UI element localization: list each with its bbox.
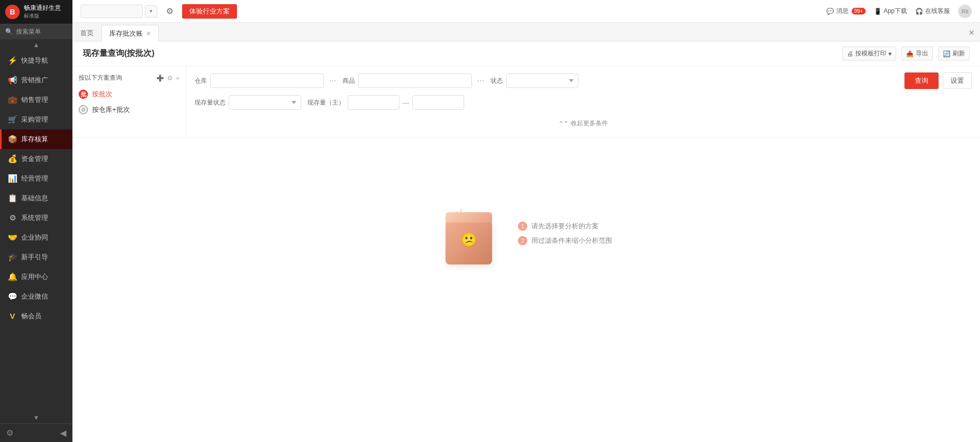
wechat-icon: 💬 — [8, 292, 17, 301]
sidebar-item-tutorial[interactable]: 🎓 新手引导 — [0, 247, 72, 267]
sidebar-item-label: 企业协同 — [21, 233, 48, 242]
empty-hint-2: 2 用过滤条件来缩小分析范围 — [518, 236, 612, 245]
tab-batch-inventory[interactable]: 库存批次账 ✕ — [101, 25, 159, 41]
warehouse-field: 仓库 ⋯ — [195, 73, 336, 88]
warehouse-more-icon[interactable]: ⋯ — [329, 77, 336, 85]
sidebar-item-vip[interactable]: V 畅会员 — [0, 306, 72, 326]
headset-icon: 🎧 — [915, 8, 923, 15]
app-download-item[interactable]: 📱 App下载 — [874, 7, 907, 16]
footer-settings-icon[interactable]: ⚙ — [6, 428, 13, 438]
settings-button[interactable]: 设置 — [943, 72, 972, 89]
system-icon: ⚙ — [8, 213, 17, 223]
query-button[interactable]: 查询 — [904, 72, 939, 89]
hint-2-text: 用过滤条件来缩小分析范围 — [531, 236, 612, 245]
scheme-add-icon[interactable]: ➕ — [156, 75, 164, 82]
collab-icon: 🤝 — [8, 233, 17, 242]
filter-collapse-button[interactable]: ⌃⌃ 收起更多条件 — [195, 116, 972, 131]
empty-box-top — [446, 212, 492, 223]
product-input[interactable] — [358, 73, 472, 88]
hint-1-text: 请先选择要分析的方案 — [531, 222, 599, 231]
print-template-button[interactable]: 🖨 按模板打印 ▾ — [842, 47, 896, 61]
sidebar-item-label: 销售管理 — [21, 95, 48, 105]
app-center-icon: 🔔 — [8, 272, 17, 282]
tab-batch-inventory-label: 库存批次账 — [109, 29, 143, 38]
sidebar-item-finance[interactable]: 💰 资金管理 — [0, 149, 72, 169]
scheme-item-warehouse-batch[interactable]: ⚙ 按仓库+批次 — [72, 102, 186, 117]
product-more-icon[interactable]: ⋯ — [477, 77, 484, 85]
print-dropdown-icon: ▾ — [888, 50, 892, 57]
sidebar-item-label: 企业微信 — [21, 292, 48, 301]
sidebar-item-sales[interactable]: 💼 销售管理 — [0, 90, 72, 110]
user-profile-item[interactable]: Rit — [958, 5, 972, 18]
sidebar-item-app-center[interactable]: 🔔 应用中心 — [0, 267, 72, 287]
export-button[interactable]: 📤 导出 — [901, 47, 933, 61]
scheme-collapse-icon[interactable]: « — [176, 75, 180, 82]
sidebar-item-marketing[interactable]: 📢 营销推广 — [0, 70, 72, 90]
sidebar-item-label: 新手引导 — [21, 253, 48, 262]
product-label: 商品 — [343, 77, 355, 85]
sidebar-item-label: 基础信息 — [21, 194, 48, 203]
sidebar-item-label: 库存核算 — [21, 135, 48, 144]
scheme-icon-batch: 批 — [79, 90, 88, 99]
empty-box-face: 😕 — [461, 232, 477, 248]
inventory-status-select[interactable] — [229, 95, 301, 110]
empty-illustration: 😕 — [440, 205, 502, 267]
inventory-status-label: 现存量状态 — [195, 98, 226, 107]
sidebar-item-basics[interactable]: 📋 基础信息 — [0, 188, 72, 208]
warehouse-input[interactable] — [210, 73, 324, 88]
main-area: ▾ ⚙ 体验行业方案 💬 消息 99+ 📱 App下载 🎧 在线客服 Rit — [72, 0, 980, 442]
sidebar-item-quick-nav[interactable]: ⚡ 快捷导航 — [0, 51, 72, 70]
online-service-label: 在线客服 — [925, 7, 950, 16]
tutorial-icon: 🎓 — [8, 253, 17, 262]
inventory-icon: 📦 — [8, 135, 17, 144]
product-field: 商品 ⋯ — [343, 73, 484, 88]
inventory-qty-from[interactable] — [348, 95, 399, 110]
filter-panel: 按以下方案查询 ➕ ⚙ « 批 按批次 ⚙ 按仓库+批次 — [72, 66, 980, 138]
sidebar-item-inventory[interactable]: 📦 库存核算 — [0, 129, 72, 149]
topbar-settings-button[interactable]: ⚙ — [162, 4, 177, 19]
topbar-search-input[interactable] — [81, 5, 143, 18]
sidebar-item-operations[interactable]: 📊 经营管理 — [0, 169, 72, 188]
message-icon: 💬 — [826, 8, 834, 15]
collapse-label: 收起更多条件 — [571, 119, 608, 128]
page-actions: 🖨 按模板打印 ▾ 📤 导出 🔄 刷新 — [842, 47, 970, 61]
sidebar-item-label: 经营管理 — [21, 174, 48, 183]
sidebar-item-system[interactable]: ⚙ 系统管理 — [0, 208, 72, 228]
sidebar-item-label: 采购管理 — [21, 115, 48, 124]
sidebar-search[interactable]: 🔍 搜索菜单 — [0, 24, 72, 39]
app-logo: B — [5, 5, 20, 19]
export-icon: 📤 — [906, 50, 914, 57]
filter-scheme-header: 按以下方案查询 ➕ ⚙ « — [72, 71, 186, 86]
experience-industry-button[interactable]: 体验行业方案 — [182, 4, 237, 19]
status-field: 状态 — [491, 73, 578, 88]
tab-close-button[interactable]: ✕ — [146, 30, 151, 37]
empty-state: 😕 1 请先选择要分析的方案 2 用过滤条件来缩小分析范围 — [72, 138, 980, 334]
refresh-button[interactable]: 🔄 刷新 — [938, 47, 970, 61]
tab-close-all-button[interactable]: ✕ — [963, 24, 980, 41]
tabbar: 首页 库存批次账 ✕ ✕ — [72, 23, 980, 41]
online-service-item[interactable]: 🎧 在线客服 — [915, 7, 950, 16]
app-version: 标准版 — [24, 12, 61, 20]
scheme-item-batch[interactable]: 批 按批次 — [72, 86, 186, 102]
sidebar-item-wechat[interactable]: 💬 企业微信 — [0, 287, 72, 306]
sidebar-item-label: 快捷导航 — [21, 56, 48, 65]
topbar-dropdown-button[interactable]: ▾ — [145, 5, 157, 18]
sidebar-scroll-up[interactable]: ▲ — [0, 39, 72, 51]
hint-1-num: 1 — [518, 222, 527, 231]
topbar-left: ▾ ⚙ 体验行业方案 — [81, 4, 237, 19]
sidebar-scroll-down[interactable]: ▼ — [0, 412, 72, 423]
page-titlebar: 现存量查询(按批次) 🖨 按模板打印 ▾ 📤 导出 🔄 刷新 — [72, 41, 980, 66]
footer-collapse-icon[interactable]: ◀ — [60, 428, 66, 438]
sidebar-item-purchase[interactable]: 🛒 采购管理 — [0, 110, 72, 129]
scheme-label-warehouse-batch: 按仓库+批次 — [92, 105, 130, 114]
status-select[interactable] — [506, 73, 578, 88]
chevron-up-icon: ⌃⌃ — [558, 120, 569, 127]
user-avatar: Rit — [958, 5, 972, 18]
messages-item[interactable]: 💬 消息 99+ — [826, 7, 866, 16]
scheme-settings-icon[interactable]: ⚙ — [167, 75, 173, 82]
tab-home[interactable]: 首页 — [72, 24, 101, 41]
inventory-qty-to[interactable] — [412, 95, 464, 110]
sidebar-item-collab[interactable]: 🤝 企业协同 — [0, 228, 72, 247]
messages-label: 消息 — [836, 7, 849, 16]
warehouse-label: 仓库 — [195, 77, 207, 85]
